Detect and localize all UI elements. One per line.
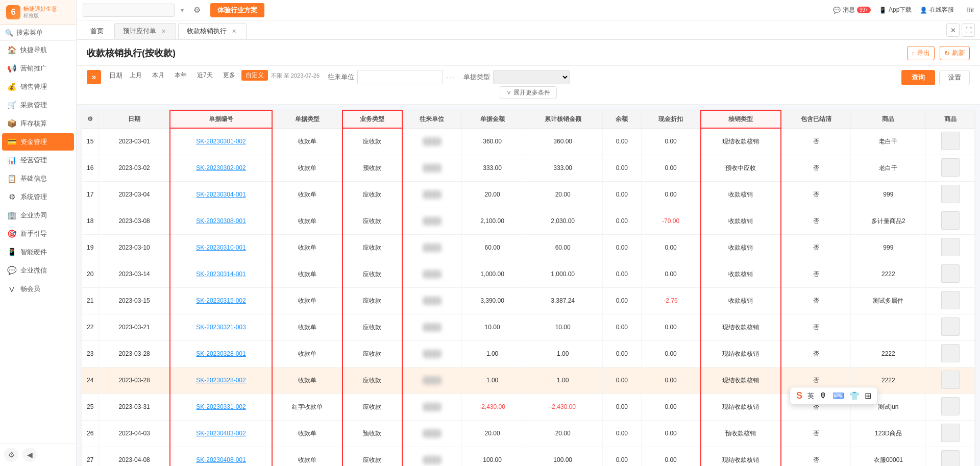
dots-icon[interactable]: ··· [446, 73, 455, 81]
td-include-settled: 否 [781, 287, 851, 314]
td-include-settled: 否 [781, 128, 851, 155]
tab-close-all-btn[interactable]: ✕ [946, 23, 960, 37]
td-docno[interactable]: SK-20230304-001 [170, 181, 272, 208]
td-include-settled: 否 [781, 420, 851, 447]
date-pill-7days[interactable]: 近7天 [193, 70, 217, 81]
th-include-settled: 包含已结清 [781, 110, 851, 128]
breadcrumb-input[interactable] [83, 4, 175, 17]
online-service-btn[interactable]: 👤 在线客服 [920, 6, 954, 14]
industry-btn[interactable]: 体验行业方案 [210, 3, 264, 17]
td-docno[interactable]: SK-20230315-002 [170, 287, 272, 314]
collapse-btn[interactable]: ◀ [22, 448, 37, 462]
th-settings[interactable]: ⚙ [82, 110, 99, 128]
td-seq: 20 [82, 261, 99, 287]
doctype-filter-group: 单据类型 [463, 70, 570, 84]
td-balance: 0.00 [603, 234, 641, 261]
export-btn[interactable]: ↑ 导出 [907, 46, 935, 60]
table-row[interactable]: 272023-04-08SK-20230408-001收款单应收款████100… [82, 447, 975, 466]
tab-expand-btn[interactable]: ⛶ [962, 23, 975, 37]
td-docno[interactable]: SK-20230301-002 [170, 128, 272, 155]
gear-icon[interactable]: ⚙ [190, 3, 204, 17]
table-row[interactable]: 182023-03-08SK-20230308-001收款单应收款████2,1… [82, 208, 975, 234]
sidebar-item-sales[interactable]: 💰 销售管理 [2, 78, 74, 95]
ime-shirt-icon[interactable]: 👕 [849, 391, 860, 401]
sidebar-item-marketing[interactable]: 📢 营销推广 [2, 60, 74, 77]
ime-grid-icon[interactable]: ⊞ [865, 391, 871, 401]
user-label[interactable]: Rit [966, 7, 974, 14]
sidebar-item-hardware[interactable]: 📱 智能硬件 [2, 243, 74, 261]
unit-input[interactable] [357, 70, 443, 84]
td-docno[interactable]: SK-20230403-002 [170, 420, 272, 447]
table-row[interactable]: 152023-03-01SK-20230301-002收款单应收款████360… [82, 128, 975, 155]
tab-home[interactable]: 首页 [82, 23, 112, 39]
td-writeoff-amount: 333.00 [523, 155, 603, 181]
td-discount: 0.00 [641, 314, 701, 340]
td-goods: 999 [851, 181, 926, 208]
td-docno[interactable]: SK-20230328-002 [170, 367, 272, 394]
ime-mic-icon[interactable]: 🎙 [819, 391, 827, 401]
td-discount: 0.00 [641, 394, 701, 420]
date-pill-last-month[interactable]: 上月 [126, 70, 146, 81]
td-seq: 23 [82, 340, 99, 367]
filter-expand-btn[interactable]: » [87, 70, 101, 84]
sidebar-item-basic[interactable]: 📋 基础信息 [2, 170, 74, 187]
sidebar-item-quick[interactable]: 🏠 快捷导航 [2, 41, 74, 59]
td-writeoff-type: 收款核销 [701, 181, 781, 208]
query-btn[interactable]: 查询 [901, 70, 935, 85]
td-date: 2023-03-02 [99, 155, 170, 181]
sidebar-item-system[interactable]: ⚙ 系统管理 [2, 188, 74, 206]
table-row[interactable]: 232023-03-28SK-20230328-001收款单应收款████1.0… [82, 340, 975, 367]
table-row[interactable]: 192023-03-10SK-20230310-001收款单应收款████60.… [82, 234, 975, 261]
date-pill-more[interactable]: 更多 [219, 70, 239, 81]
td-docno[interactable]: SK-20230331-002 [170, 394, 272, 420]
td-doctype: 收款单 [272, 181, 342, 208]
tab-pending[interactable]: 预计应付单 ✕ [114, 23, 176, 39]
tab-close-icon[interactable]: ✕ [159, 27, 167, 35]
td-balance: 0.00 [603, 394, 641, 420]
date-pill-this-month[interactable]: 本月 [148, 70, 168, 81]
table-row[interactable]: 162023-03-02SK-20230302-002收款单预收款████333… [82, 155, 975, 181]
td-writeoff-amount: 1,000.00 [523, 261, 603, 287]
ime-keyboard-icon[interactable]: ⌨ [832, 391, 844, 401]
table-row[interactable]: 262023-04-03SK-20230403-002收款单预收款████20.… [82, 420, 975, 447]
refresh-btn[interactable]: ↻ 刷新 [940, 46, 970, 60]
tab-close-icon[interactable]: ✕ [230, 27, 238, 35]
sidebar-item-inventory[interactable]: 📦 库存核算 [2, 115, 74, 132]
sidebar-item-wechat[interactable]: 💬 企业微信 [2, 262, 74, 279]
sidebar-item-finance[interactable]: 💳 资金管理 [2, 133, 74, 151]
td-doctype: 红字收款单 [272, 394, 342, 420]
search-label: 搜索菜单 [16, 28, 43, 37]
message-btn[interactable]: 💬 消息 99+ [833, 6, 871, 14]
td-unit: ████ [402, 155, 462, 181]
settings-bottom-btn[interactable]: ⚙ [4, 448, 18, 462]
td-docno[interactable]: SK-20230408-001 [170, 447, 272, 466]
setting-btn[interactable]: 设置 [939, 70, 970, 85]
sidebar-item-purchase[interactable]: 🛒 采购管理 [2, 96, 74, 114]
expand-more-btn[interactable]: ∨ 展开更多条件 [500, 86, 556, 99]
sidebar-search[interactable]: 🔍 搜索菜单 [0, 25, 76, 41]
td-docno[interactable]: SK-20230310-001 [170, 234, 272, 261]
sidebar-item-label: 企业协同 [20, 211, 47, 220]
sidebar-item-label: 畅会员 [20, 284, 40, 293]
sidebar-item-operation[interactable]: 📊 经营管理 [2, 152, 74, 169]
sidebar-item-guide[interactable]: 🎯 新手引导 [2, 225, 74, 242]
date-pill-this-year[interactable]: 本年 [170, 70, 191, 81]
td-docno[interactable]: SK-20230302-002 [170, 155, 272, 181]
table-row[interactable]: 172023-03-04SK-20230304-001收款单应收款████20.… [82, 181, 975, 208]
table-row[interactable]: 212023-03-15SK-20230315-002收款单应收款████3,3… [82, 287, 975, 314]
td-unit: ████ [402, 234, 462, 261]
td-docno[interactable]: SK-20230308-001 [170, 208, 272, 234]
table-row[interactable]: 202023-03-14SK-20230314-001收款单应收款████1,0… [82, 261, 975, 287]
td-docno[interactable]: SK-20230321-003 [170, 314, 272, 340]
table-row[interactable]: 222023-03-21SK-20230321-003收款单应收款████10.… [82, 314, 975, 340]
doctype-select[interactable] [493, 70, 570, 84]
td-biztype: 应收款 [342, 234, 402, 261]
td-docno[interactable]: SK-20230328-001 [170, 340, 272, 367]
date-pill-custom[interactable]: 自定义 [241, 70, 268, 81]
sidebar-item-enterprise[interactable]: 🏢 企业协同 [2, 207, 74, 224]
sidebar-item-member[interactable]: V 畅会员 [2, 280, 74, 298]
app-download-btn[interactable]: 📱 App下载 [879, 6, 912, 14]
td-docno[interactable]: SK-20230314-001 [170, 261, 272, 287]
top-header: ▾ ⚙ 体验行业方案 💬 消息 99+ 📱 App下载 👤 在线客服 Rit [77, 0, 980, 20]
tab-writeoff[interactable]: 收款核销执行 ✕ [178, 23, 247, 39]
